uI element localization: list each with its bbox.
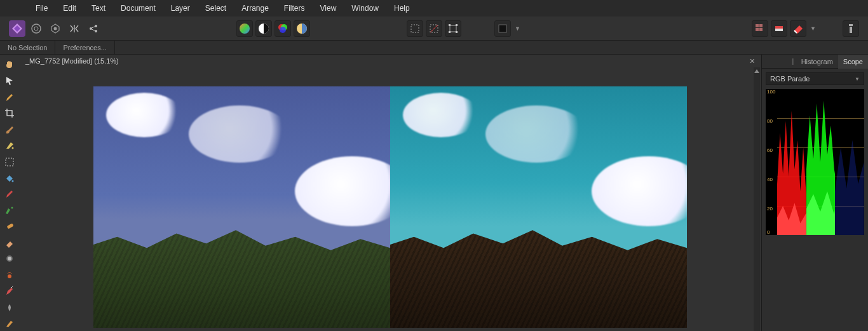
mirror-icon[interactable]	[66, 20, 83, 37]
menu-bar: File Edit Text Document Layer Select Arr…	[0, 0, 868, 17]
swatch-icon[interactable]	[494, 20, 511, 37]
svg-rect-24	[756, 24, 759, 27]
share-icon[interactable]	[85, 20, 102, 37]
svg-rect-30	[849, 24, 853, 26]
blur-tool-icon[interactable]	[1, 252, 18, 266]
bw-circle-icon[interactable]	[255, 20, 272, 37]
menu-window[interactable]: Window	[344, 0, 386, 17]
menu-file[interactable]: File	[28, 0, 55, 17]
svg-point-13	[280, 27, 286, 33]
color-picker-tool-icon[interactable]	[1, 90, 18, 104]
svg-point-35	[11, 206, 13, 208]
svg-rect-29	[775, 29, 783, 31]
gradient-tool-icon[interactable]	[1, 187, 18, 201]
selection-status: No Selection	[0, 41, 55, 54]
scope-tick: 60	[767, 147, 773, 153]
rgb-circle-icon[interactable]	[275, 20, 291, 37]
menu-view[interactable]: View	[313, 0, 344, 17]
menu-filters[interactable]: Filters	[276, 0, 313, 17]
menu-text[interactable]: Text	[84, 0, 113, 17]
fill-tool-icon[interactable]	[1, 170, 18, 185]
menu-help[interactable]: Help	[386, 0, 417, 17]
eraser-caret-icon[interactable]: ▼	[810, 25, 816, 32]
svg-rect-36	[7, 224, 14, 229]
svg-rect-18	[450, 25, 456, 32]
clone-tool-icon[interactable]	[1, 203, 18, 217]
vertical-scrollbar[interactable]	[754, 67, 760, 331]
svg-rect-26	[756, 28, 759, 31]
scope-view: 100 80 60 40 20 0	[766, 89, 864, 235]
menu-arrange[interactable]: Arrange	[234, 0, 276, 17]
paint-brush-tool-icon[interactable]	[1, 122, 18, 137]
menu-select[interactable]: Select	[198, 0, 234, 17]
scope-tick: 0	[767, 229, 770, 235]
close-document-icon[interactable]: ×	[743, 56, 761, 66]
marquee-tool-icon[interactable]	[1, 154, 18, 169]
svg-rect-20	[456, 24, 458, 26]
flag-icon[interactable]	[771, 20, 787, 37]
menu-document[interactable]: Document	[113, 0, 163, 17]
menu-layer[interactable]: Layer	[163, 0, 198, 17]
menu-edit[interactable]: Edit	[55, 0, 84, 17]
scope-blue-channel	[835, 89, 864, 235]
canvas[interactable]	[19, 67, 761, 331]
retouch-tool-icon[interactable]	[1, 284, 18, 299]
canvas-before	[93, 86, 390, 328]
liquify-persona-icon[interactable]	[28, 20, 44, 37]
info-bar: No Selection Preferences...	[0, 41, 868, 55]
swatch-caret-icon[interactable]: ▼	[515, 25, 520, 32]
hand-tool-icon[interactable]	[1, 57, 18, 72]
svg-point-39	[8, 274, 11, 278]
smudge-tool-icon[interactable]	[1, 316, 18, 331]
flood-tool-icon[interactable]	[1, 138, 18, 152]
preferences-link[interactable]: Preferences...	[55, 41, 114, 54]
svg-rect-28	[775, 26, 783, 29]
develop-persona-icon[interactable]	[47, 20, 64, 37]
info-icon[interactable]	[843, 20, 859, 37]
svg-rect-33	[6, 158, 13, 166]
scope-tick: 40	[767, 177, 773, 182]
svg-point-9	[240, 24, 250, 34]
document-area: _MG_7752 [Modified] (15.1%) ×	[19, 55, 761, 331]
svg-point-38	[8, 257, 11, 260]
svg-rect-21	[449, 31, 451, 33]
document-title: _MG_7752 [Modified] (15.1%)	[25, 57, 119, 65]
toolbar: ▼ ▼	[0, 17, 868, 41]
move-tool-icon[interactable]	[1, 73, 18, 88]
svg-point-7	[95, 25, 97, 27]
svg-rect-15	[411, 25, 419, 32]
selection-dashed-icon[interactable]	[407, 20, 423, 37]
scope-mode-value: RGB Parade	[770, 75, 810, 83]
photo-persona-icon[interactable]	[9, 20, 25, 37]
svg-point-5	[54, 27, 57, 30]
chevron-down-icon: ▼	[855, 76, 860, 82]
panel-drag-handle-icon[interactable]: ||	[789, 58, 796, 65]
eraser-tool-icon[interactable]	[1, 235, 18, 250]
svg-point-32	[12, 147, 14, 149]
scope-mode-select[interactable]: RGB Parade ▼	[766, 72, 864, 85]
svg-rect-22	[456, 31, 458, 33]
scope-tick: 80	[767, 118, 773, 124]
svg-rect-31	[850, 27, 852, 33]
right-panel: || Histogram Scope RGB Parade ▼ 100 80 6…	[761, 55, 868, 331]
crop-tool-icon[interactable]	[1, 105, 18, 120]
selection-diagonal-icon[interactable]	[426, 20, 442, 37]
split-circle-icon[interactable]	[294, 20, 310, 37]
tab-scope[interactable]: Scope	[838, 55, 868, 69]
redeye-tool-icon[interactable]	[1, 267, 18, 282]
canvas-after	[390, 86, 687, 328]
scope-tick: 20	[767, 206, 773, 212]
tools-rail	[0, 55, 19, 331]
healing-tool-icon[interactable]	[1, 219, 18, 234]
scope-red-channel	[777, 89, 806, 235]
scope-tick: 100	[767, 89, 775, 95]
svg-point-34	[12, 180, 14, 182]
grid-snap-icon[interactable]	[752, 20, 768, 37]
dodge-tool-icon[interactable]	[1, 300, 18, 314]
tab-histogram[interactable]: Histogram	[796, 55, 838, 69]
document-tab[interactable]: _MG_7752 [Modified] (15.1%)	[19, 57, 125, 65]
eraser-red-icon[interactable]	[790, 20, 806, 37]
gradient-wheel-icon[interactable]	[236, 20, 253, 37]
svg-rect-19	[449, 24, 451, 26]
selection-handles-icon[interactable]	[445, 20, 461, 37]
